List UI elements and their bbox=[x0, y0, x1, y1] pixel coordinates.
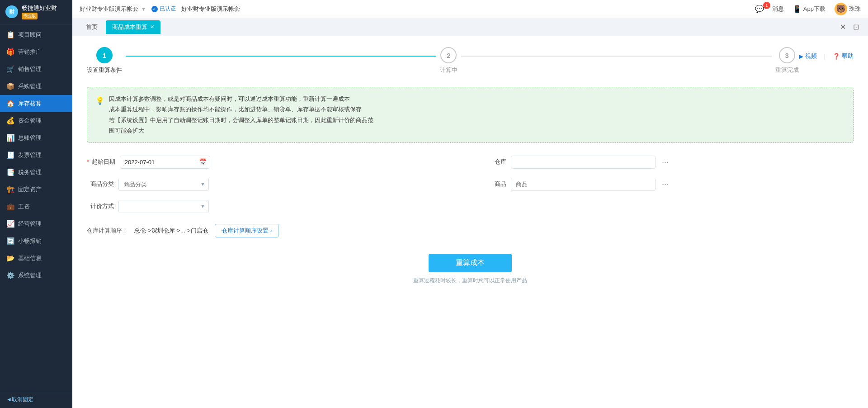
sidebar-item-salary[interactable]: 💼 工资 bbox=[0, 198, 72, 215]
message-label: 消息 bbox=[772, 5, 784, 13]
unpin-label: ◄取消固定 bbox=[6, 396, 33, 403]
message-badge: 1 bbox=[763, 2, 770, 9]
window-maximize-button[interactable]: ⊡ bbox=[851, 21, 861, 33]
warehouse-dots-button[interactable]: ··· bbox=[660, 157, 670, 167]
sidebar-item-label: 小畅报销 bbox=[18, 237, 42, 245]
app-download-button[interactable]: 📱 App下载 bbox=[793, 5, 826, 13]
price-method-select-wrap: ▼ bbox=[118, 200, 209, 213]
sidebar-item-label: 营销推广 bbox=[18, 48, 42, 56]
sidebar-item-purchase[interactable]: 📦 采购管理 bbox=[0, 78, 72, 95]
goods-dots-button[interactable]: ··· bbox=[660, 180, 670, 189]
verified-badge-wrap: ✓ 已认证 bbox=[151, 5, 176, 13]
sidebar-item-label: 税务管理 bbox=[18, 168, 42, 176]
warehouse-order-value: 总仓->深圳仓库->...->门店仓 bbox=[134, 227, 208, 235]
sidebar-item-operation[interactable]: 📈 经营管理 bbox=[0, 215, 72, 232]
warehouse-field: 仓库 ··· bbox=[479, 156, 854, 169]
tax-icon: 📑 bbox=[6, 168, 14, 176]
account-name-display: 好业财专业版演示帐套 bbox=[80, 5, 138, 13]
verified-text: 已认证 bbox=[160, 5, 176, 13]
sidebar-item-label: 资金管理 bbox=[18, 117, 42, 125]
invoice-icon: 🧾 bbox=[6, 151, 14, 159]
warehouse-order-settings-button[interactable]: 仓库计算顺序设置 › bbox=[215, 224, 279, 237]
message-button[interactable]: 💬 1 消息 bbox=[755, 5, 784, 13]
sidebar-item-label: 系统管理 bbox=[18, 271, 42, 280]
step-3-circle: 3 bbox=[779, 47, 795, 63]
info-box: 💡 因成本计算参数调整，或是对商品成本有疑问时，可以通过成本重算功能，重新计算一… bbox=[87, 87, 854, 143]
sidebar-item-label: 基础信息 bbox=[18, 254, 42, 262]
sidebar-nav: 📋 项目顾问 🎁 营销推广 🛒 销售管理 📦 采购管理 🏠 库存核算 💰 资金管… bbox=[0, 24, 72, 391]
info-icon: 💡 bbox=[95, 95, 104, 136]
sidebar-item-marketing[interactable]: 🎁 营销推广 bbox=[0, 43, 72, 61]
warehouse-label: 仓库 bbox=[479, 158, 506, 166]
tab-close-icon[interactable]: ✕ bbox=[150, 24, 154, 30]
submit-hint: 重算过程耗时较长，重算时您可以正常使用产品 bbox=[413, 277, 527, 285]
info-text: 因成本计算参数调整，或是对商品成本有疑问时，可以通过成本重算功能，重新计算一遍成… bbox=[109, 94, 373, 136]
video-link[interactable]: ▶ 视频 bbox=[799, 52, 817, 60]
tab-home[interactable]: 首页 bbox=[80, 20, 104, 34]
sidebar-item-label: 销售管理 bbox=[18, 65, 42, 73]
pro-badge: 专业版 bbox=[22, 13, 38, 19]
topbar: 好业财专业版演示帐套 ▼ ✓ 已认证 好业财专业版演示帐套 💬 1 消息 📱 A… bbox=[72, 0, 868, 18]
sidebar-item-project[interactable]: 📋 项目顾问 bbox=[0, 26, 72, 43]
verified-shield-icon: ✓ bbox=[151, 6, 158, 12]
sidebar-item-expense[interactable]: 🔄 小畅报销 bbox=[0, 232, 72, 250]
logo-icon: 财 bbox=[5, 5, 18, 18]
sidebar-item-finance[interactable]: 💰 资金管理 bbox=[0, 112, 72, 129]
goods-label: 商品 bbox=[479, 180, 506, 188]
sidebar-item-system[interactable]: ⚙️ 系统管理 bbox=[0, 267, 72, 284]
form-section: * 起始日期 📅 仓库 ··· 商品分类 bbox=[87, 156, 854, 237]
sidebar-item-label: 发票管理 bbox=[18, 151, 42, 159]
sidebar-unpin[interactable]: ◄取消固定 bbox=[0, 391, 72, 408]
goods-input[interactable] bbox=[511, 178, 656, 191]
account-full-name: 好业财专业版演示帐套 bbox=[181, 5, 240, 13]
sidebar-item-tax[interactable]: 📑 税务管理 bbox=[0, 164, 72, 181]
step-line-1 bbox=[126, 56, 436, 57]
basic-icon: 📂 bbox=[6, 254, 14, 262]
sidebar-item-invoice[interactable]: 🧾 发票管理 bbox=[0, 147, 72, 164]
step-1-label: 设置重算条件 bbox=[87, 66, 122, 74]
info-line-3: 若【系统设置】中启用了自动调整记账日期时，会调整入库单的整单记账日期，因此重新计… bbox=[109, 115, 373, 125]
expense-icon: 🔄 bbox=[6, 237, 14, 245]
logo-text-block: 畅捷通好业财 专业版 bbox=[22, 5, 57, 19]
sidebar-item-accounting[interactable]: 📊 总账管理 bbox=[0, 129, 72, 147]
sidebar-item-assets[interactable]: 🏗️ 固定资产 bbox=[0, 181, 72, 198]
tab-cost[interactable]: 商品成本重算 ✕ bbox=[106, 20, 160, 34]
account-selector-wrap[interactable]: 好业财专业版演示帐套 ▼ bbox=[80, 5, 146, 13]
info-line-1: 因成本计算参数调整，或是对商品成本有疑问时，可以通过成本重算功能，重新计算一遍成… bbox=[109, 94, 373, 104]
price-method-input[interactable] bbox=[118, 200, 209, 213]
stepper: 1 设置重算条件 2 计算中 3 重算完成 ▶ 视频 bbox=[87, 47, 854, 74]
step-line-2 bbox=[461, 56, 772, 57]
user-avatar-button[interactable]: 🐻 珠珠 bbox=[835, 3, 861, 15]
step-2-circle: 2 bbox=[440, 47, 457, 63]
recalculate-button[interactable]: 重算成本 bbox=[429, 254, 512, 272]
sidebar-item-basic[interactable]: 📂 基础信息 bbox=[0, 250, 72, 267]
sidebar-item-label: 库存核算 bbox=[18, 100, 42, 108]
sidebar-item-label: 项目顾问 bbox=[18, 31, 42, 39]
calendar-icon[interactable]: 📅 bbox=[199, 158, 207, 166]
sidebar-item-label: 总账管理 bbox=[18, 134, 42, 142]
sidebar-item-label: 采购管理 bbox=[18, 82, 42, 90]
step-2: 2 计算中 bbox=[440, 47, 458, 74]
warehouse-input[interactable] bbox=[511, 156, 656, 169]
system-icon: ⚙️ bbox=[6, 271, 14, 280]
sidebar-logo: 财 畅捷通好业财 专业版 bbox=[0, 0, 72, 24]
form-row-1: * 起始日期 📅 仓库 ··· bbox=[87, 156, 854, 169]
help-link[interactable]: ❓ 帮助 bbox=[833, 52, 854, 60]
form-row-3: 计价方式 ▼ bbox=[87, 200, 854, 213]
sidebar-item-inventory[interactable]: 🏠 库存核算 bbox=[0, 95, 72, 112]
account-dropdown-icon[interactable]: ▼ bbox=[141, 6, 146, 12]
message-icon: 💬 bbox=[755, 5, 764, 13]
page-content: 1 设置重算条件 2 计算中 3 重算完成 ▶ 视频 bbox=[72, 36, 868, 408]
assets-icon: 🏗️ bbox=[6, 185, 14, 194]
finance-icon: 💰 bbox=[6, 117, 14, 125]
start-date-input[interactable] bbox=[120, 156, 210, 169]
window-close-button[interactable]: ✕ bbox=[838, 21, 848, 33]
category-field: 商品分类 ▼ bbox=[87, 178, 461, 191]
step-3: 3 重算完成 bbox=[775, 47, 799, 74]
sidebar-item-sales[interactable]: 🛒 销售管理 bbox=[0, 61, 72, 78]
play-icon: ▶ bbox=[799, 53, 803, 60]
info-line-2: 成本重算过程中，影响库存账的操作均不能操作，比如进货单、销货单、库存单据不能审核… bbox=[109, 104, 373, 114]
topbar-right: 💬 1 消息 📱 App下载 🐻 珠珠 bbox=[755, 3, 861, 15]
category-input[interactable] bbox=[118, 178, 209, 191]
sidebar-item-label: 固定资产 bbox=[18, 185, 42, 194]
